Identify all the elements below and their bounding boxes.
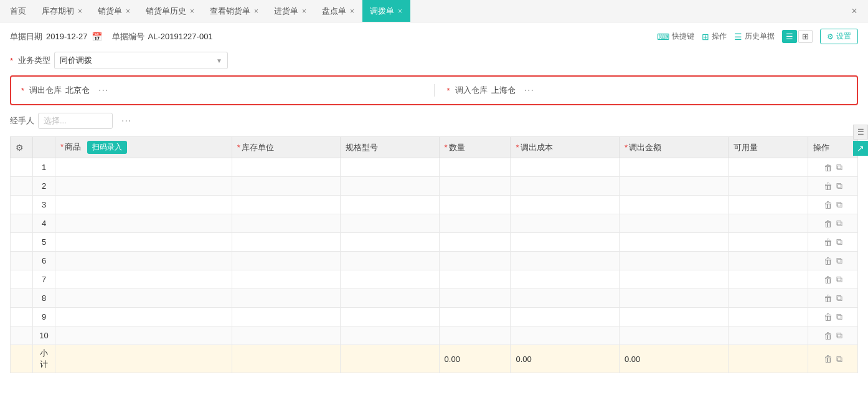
row-qty[interactable] bbox=[439, 158, 511, 177]
row-available[interactable] bbox=[728, 252, 808, 270]
row-available[interactable] bbox=[728, 196, 808, 214]
row-amount[interactable] bbox=[619, 289, 728, 308]
warehouse-out-value[interactable]: 北京仓 bbox=[65, 85, 90, 96]
tab-transfer-order-close[interactable]: × bbox=[398, 7, 402, 16]
row-product[interactable] bbox=[55, 196, 232, 214]
row-available[interactable] bbox=[728, 326, 808, 345]
copy-icon[interactable]: ⧉ bbox=[836, 255, 842, 266]
row-product[interactable] bbox=[55, 308, 232, 326]
row-unit[interactable] bbox=[232, 214, 341, 233]
tab-sales-order-close[interactable]: × bbox=[126, 7, 130, 16]
row-spec[interactable] bbox=[341, 345, 439, 373]
row-spec[interactable] bbox=[341, 214, 439, 233]
tab-sales-order[interactable]: 销货单 × bbox=[90, 0, 138, 22]
row-product[interactable] bbox=[55, 233, 232, 252]
tab-view-sales[interactable]: 查看销货单 × bbox=[202, 0, 267, 22]
tab-transfer-order[interactable]: 调拨单 × bbox=[362, 0, 410, 22]
warehouse-in-value[interactable]: 上海仓 bbox=[491, 85, 516, 96]
row-available[interactable] bbox=[728, 214, 808, 233]
row-cost[interactable] bbox=[511, 177, 620, 196]
tab-sales-history-close[interactable]: × bbox=[190, 7, 194, 16]
delete-icon[interactable]: 🗑 bbox=[824, 219, 833, 229]
business-type-select[interactable]: 同价调拨 ▼ bbox=[54, 52, 228, 69]
row-cost[interactable] bbox=[511, 214, 620, 233]
row-spec[interactable] bbox=[341, 289, 439, 308]
copy-icon[interactable]: ⧉ bbox=[836, 274, 842, 285]
copy-icon[interactable]: ⧉ bbox=[836, 293, 842, 303]
row-product[interactable] bbox=[55, 326, 232, 345]
row-unit[interactable] bbox=[232, 177, 341, 196]
tab-inventory-check[interactable]: 盘点单 × bbox=[314, 0, 362, 22]
row-available[interactable] bbox=[728, 289, 808, 308]
tab-inventory-check-close[interactable]: × bbox=[350, 7, 354, 16]
float-expand-icon[interactable]: ↗ bbox=[853, 141, 868, 156]
row-available[interactable] bbox=[728, 270, 808, 289]
tab-inventory-init-close[interactable]: × bbox=[78, 7, 82, 16]
row-amount[interactable] bbox=[619, 308, 728, 326]
row-spec[interactable] bbox=[341, 233, 439, 252]
delete-icon[interactable]: 🗑 bbox=[824, 354, 833, 364]
delete-icon[interactable]: 🗑 bbox=[824, 163, 833, 173]
scan-btn[interactable]: 扫码录入 bbox=[87, 141, 127, 154]
row-amount[interactable] bbox=[619, 158, 728, 177]
row-amount[interactable] bbox=[619, 270, 728, 289]
row-qty[interactable] bbox=[439, 308, 511, 326]
settings-button[interactable]: ⚙ 设置 bbox=[820, 29, 858, 44]
tab-home[interactable]: 首页 bbox=[2, 0, 34, 22]
float-list-icon[interactable]: ☰ bbox=[853, 125, 868, 140]
operations-button[interactable]: ⊞ 操作 bbox=[702, 31, 727, 42]
row-cost[interactable] bbox=[511, 308, 620, 326]
row-qty[interactable] bbox=[439, 233, 511, 252]
delete-icon[interactable]: 🗑 bbox=[824, 200, 833, 210]
row-unit[interactable] bbox=[232, 196, 341, 214]
copy-icon[interactable]: ⧉ bbox=[836, 199, 842, 210]
layout-grid-btn[interactable]: ⊞ bbox=[798, 30, 813, 43]
gear-icon[interactable]: ⚙ bbox=[16, 143, 24, 153]
delete-icon[interactable]: 🗑 bbox=[824, 275, 833, 285]
tab-purchase-order-close[interactable]: × bbox=[302, 7, 306, 16]
delete-icon[interactable]: 🗑 bbox=[824, 237, 833, 247]
row-product[interactable] bbox=[55, 289, 232, 308]
copy-icon[interactable]: ⧉ bbox=[836, 162, 842, 173]
copy-icon[interactable]: ⧉ bbox=[836, 312, 842, 322]
row-cost[interactable] bbox=[511, 289, 620, 308]
row-unit[interactable] bbox=[232, 252, 341, 270]
row-product[interactable] bbox=[55, 345, 232, 373]
row-cost[interactable] bbox=[511, 326, 620, 345]
row-unit[interactable] bbox=[232, 233, 341, 252]
row-cost[interactable]: 0.00 bbox=[511, 345, 620, 373]
row-spec[interactable] bbox=[341, 158, 439, 177]
layout-list-btn[interactable]: ☰ bbox=[782, 30, 797, 43]
handler-more-btn[interactable]: ··· bbox=[121, 115, 131, 126]
row-qty[interactable] bbox=[439, 289, 511, 308]
row-qty[interactable] bbox=[439, 177, 511, 196]
row-qty[interactable] bbox=[439, 270, 511, 289]
handler-select[interactable]: 选择... bbox=[38, 113, 113, 129]
delete-icon[interactable]: 🗑 bbox=[824, 331, 833, 341]
row-amount[interactable]: 0.00 bbox=[619, 345, 728, 373]
row-qty[interactable] bbox=[439, 326, 511, 345]
row-spec[interactable] bbox=[341, 177, 439, 196]
tab-view-sales-close[interactable]: × bbox=[254, 7, 258, 16]
row-product[interactable] bbox=[55, 177, 232, 196]
row-amount[interactable] bbox=[619, 326, 728, 345]
row-unit[interactable] bbox=[232, 270, 341, 289]
row-spec[interactable] bbox=[341, 308, 439, 326]
row-qty[interactable] bbox=[439, 214, 511, 233]
copy-icon[interactable]: ⧉ bbox=[836, 237, 842, 247]
row-available[interactable] bbox=[728, 158, 808, 177]
row-amount[interactable] bbox=[619, 196, 728, 214]
row-product[interactable] bbox=[55, 270, 232, 289]
row-cost[interactable] bbox=[511, 196, 620, 214]
row-amount[interactable] bbox=[619, 252, 728, 270]
tab-inventory-init[interactable]: 库存期初 × bbox=[34, 0, 90, 22]
row-unit[interactable] bbox=[232, 289, 341, 308]
shortcuts-button[interactable]: ⌨ 快捷键 bbox=[657, 31, 694, 42]
copy-icon[interactable]: ⧉ bbox=[836, 218, 842, 229]
warehouse-in-more-btn[interactable]: ··· bbox=[524, 85, 534, 96]
row-qty[interactable]: 0.00 bbox=[439, 345, 511, 373]
row-unit[interactable] bbox=[232, 308, 341, 326]
copy-icon[interactable]: ⧉ bbox=[836, 181, 842, 191]
copy-icon[interactable]: ⧉ bbox=[836, 354, 842, 364]
row-amount[interactable] bbox=[619, 214, 728, 233]
